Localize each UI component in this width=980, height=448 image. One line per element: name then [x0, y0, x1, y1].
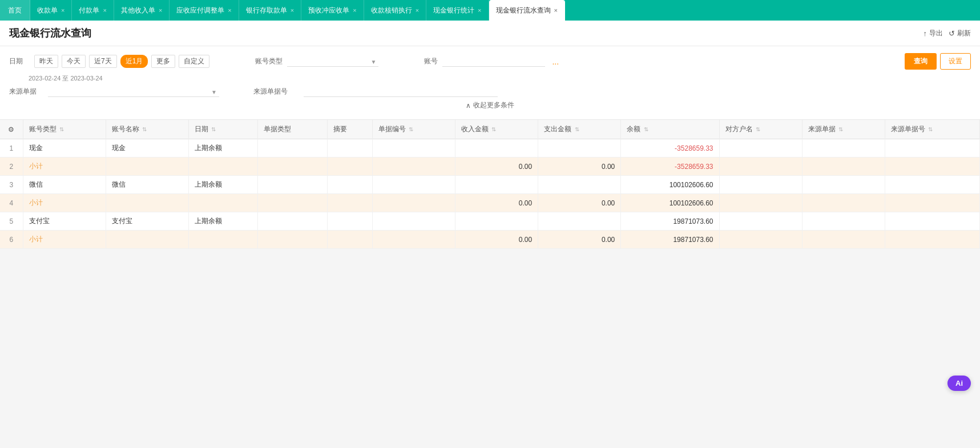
row-account-type: 微信	[23, 176, 106, 194]
row-income: 0.00	[455, 158, 538, 176]
nav-tab-5[interactable]: 预收冲应收单 ×	[301, 0, 364, 21]
account-type-select[interactable]: 现金 微信 支付宝	[287, 56, 378, 67]
table-row: 6小计0.000.0019871073.60	[0, 231, 980, 249]
filter-row-1: 日期 昨天 今天 近7天 近1月 更多 自定义 账号类型 现金 微信 支付宝	[9, 53, 971, 70]
row-date	[188, 231, 258, 249]
query-button[interactable]: 查询	[905, 53, 937, 70]
collapse-arrow-icon: ∧	[466, 102, 471, 110]
row-expense: 0.00	[538, 231, 621, 249]
row-number: 5	[0, 212, 23, 231]
col-account-type[interactable]: 账号类型 ⇅	[23, 120, 106, 139]
nav-tab-3[interactable]: 应收应付调整单 ×	[170, 0, 239, 21]
table-settings-icon[interactable]: ⚙	[8, 126, 14, 134]
nav-tab-6[interactable]: 收款核销执行 ×	[364, 0, 426, 21]
table-body: 1现金现金上期余额-3528659.332小计0.000.00-3528659.…	[0, 139, 980, 249]
row-source-doc	[802, 212, 885, 231]
nav-tab-0[interactable]: 收款单 ×	[30, 0, 72, 21]
close-tab-0-icon[interactable]: ×	[61, 7, 64, 14]
col-income[interactable]: 收入金额 ⇅	[455, 120, 538, 139]
nav-tab-2[interactable]: 其他收入单 ×	[114, 0, 170, 21]
row-doc-type	[258, 176, 328, 194]
table-row: 3微信微信上期余额100102606.60	[0, 176, 980, 194]
settings-button[interactable]: 设置	[940, 53, 971, 70]
col-counterpart[interactable]: 对方户名 ⇅	[719, 120, 802, 139]
account-input[interactable]	[442, 56, 545, 67]
row-source-doc-num	[885, 212, 979, 231]
row-counterpart	[719, 194, 802, 212]
sort-expense-icon: ⇅	[575, 126, 579, 132]
date-btn-1month[interactable]: 近1月	[120, 55, 148, 68]
close-tab-4-icon[interactable]: ×	[291, 7, 294, 14]
collapse-bar[interactable]: ∧ 收起更多条件	[9, 97, 971, 112]
row-summary	[327, 176, 372, 194]
nav-tab-1[interactable]: 付款单 ×	[72, 0, 114, 21]
row-account-name	[106, 194, 188, 212]
col-source-doc[interactable]: 来源单据 ⇅	[802, 120, 885, 139]
close-tab-5-icon[interactable]: ×	[353, 7, 356, 14]
row-source-doc-num	[885, 194, 979, 212]
row-source-doc	[802, 231, 885, 249]
row-source-doc	[802, 176, 885, 194]
close-tab-1-icon[interactable]: ×	[103, 7, 106, 14]
row-balance: 19871073.60	[621, 231, 719, 249]
export-button[interactable]: ↑ 导出	[923, 29, 943, 38]
col-date[interactable]: 日期 ⇅	[188, 120, 258, 139]
row-date	[188, 194, 258, 212]
row-number: 4	[0, 194, 23, 212]
row-source-doc-num	[885, 231, 979, 249]
row-doc-type	[258, 212, 328, 231]
close-tab-6-icon[interactable]: ×	[416, 7, 419, 14]
table-header-row: ⚙ 账号类型 ⇅ 账号名称 ⇅ 日期 ⇅ 单据类型 摘要	[0, 120, 980, 139]
col-account-name[interactable]: 账号名称 ⇅	[106, 120, 188, 139]
date-range-display: 2023-02-24 至 2023-03-24	[29, 75, 103, 82]
col-summary: 摘要	[327, 120, 372, 139]
row-income: 0.00	[455, 194, 538, 212]
nav-tab-7[interactable]: 现金银行统计 ×	[426, 0, 489, 21]
source-doc-select[interactable]	[48, 86, 219, 97]
row-doc-type	[258, 158, 328, 176]
close-tab-3-icon[interactable]: ×	[228, 7, 231, 14]
row-doc-number	[373, 158, 455, 176]
nav-home[interactable]: 首页	[0, 0, 30, 21]
row-expense: 0.00	[538, 194, 621, 212]
refresh-icon: ↺	[949, 29, 955, 38]
row-number: 3	[0, 176, 23, 194]
source-doc-num-label: 来源单据号	[253, 87, 288, 96]
header-actions: ↑ 导出 ↺ 刷新	[923, 29, 971, 38]
row-counterpart	[719, 158, 802, 176]
account-dots-button[interactable]: ...	[550, 57, 561, 66]
source-doc-select-wrapper: ▼	[48, 86, 219, 97]
nav-tab-4[interactable]: 银行存取款单 ×	[239, 0, 301, 21]
date-btn-today[interactable]: 今天	[62, 55, 86, 68]
date-btn-more[interactable]: 更多	[151, 55, 175, 68]
row-source-doc	[802, 194, 885, 212]
col-balance[interactable]: 余额 ⇅	[621, 120, 719, 139]
date-btn-custom[interactable]: 自定义	[179, 55, 209, 68]
source-doc-num-input[interactable]	[304, 86, 498, 97]
row-number: 1	[0, 139, 23, 158]
close-tab-2-icon[interactable]: ×	[159, 7, 162, 14]
filter-row-2: 来源单据 ▼ 来源单据号	[9, 86, 971, 97]
row-balance: -3528659.33	[621, 139, 719, 158]
date-btn-yesterday[interactable]: 昨天	[34, 55, 58, 68]
col-source-doc-num[interactable]: 来源单据号 ⇅	[885, 120, 979, 139]
row-counterpart	[719, 212, 802, 231]
nav-tab-8[interactable]: 现金银行流水查询 ×	[489, 0, 565, 21]
refresh-button[interactable]: ↺ 刷新	[949, 29, 971, 38]
row-income	[455, 139, 538, 158]
sort-counterpart-icon: ⇅	[756, 126, 760, 132]
table-row: 5支付宝支付宝上期余额19871073.60	[0, 212, 980, 231]
row-account-type: 小计	[23, 158, 106, 176]
col-expense[interactable]: 支出金额 ⇅	[538, 120, 621, 139]
close-tab-7-icon[interactable]: ×	[478, 7, 481, 14]
row-balance: -3528659.33	[621, 158, 719, 176]
sort-account-name-icon: ⇅	[142, 126, 147, 132]
row-account-name	[106, 231, 188, 249]
row-doc-type	[258, 231, 328, 249]
col-settings[interactable]: ⚙	[0, 120, 23, 139]
close-tab-8-icon[interactable]: ×	[554, 7, 558, 14]
date-btn-7days[interactable]: 近7天	[89, 55, 117, 68]
row-expense	[538, 212, 621, 231]
col-doc-number[interactable]: 单据编号 ⇅	[373, 120, 455, 139]
sort-doc-number-icon: ⇅	[409, 126, 413, 132]
